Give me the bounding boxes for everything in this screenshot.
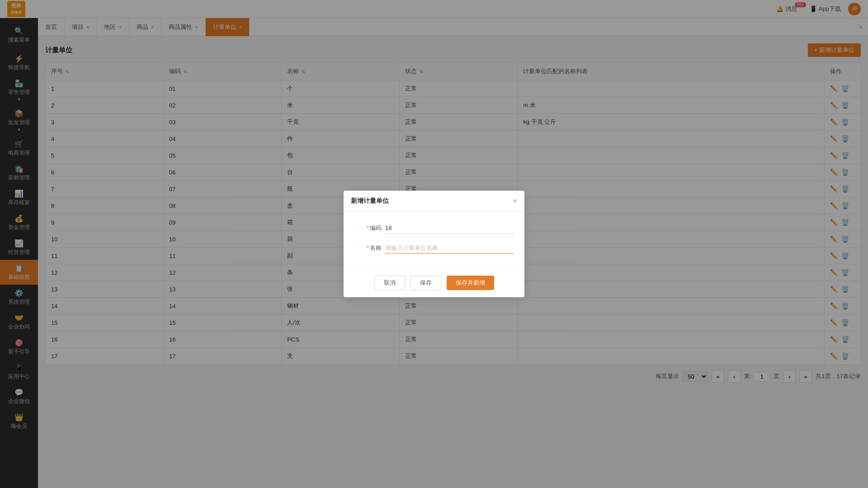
modal-close-button[interactable]: ×: [513, 197, 517, 205]
form-row-name: *名称: [354, 243, 514, 253]
modal-header: 新增计量单位 ×: [344, 191, 524, 212]
code-label: *编码: [354, 224, 382, 232]
save-button[interactable]: 保存: [410, 276, 441, 290]
add-unit-modal: 新增计量单位 × *编码 *名称 取消 保存 保存并新增: [344, 191, 524, 297]
code-input[interactable]: [385, 223, 514, 234]
modal-overlay: 新增计量单位 × *编码 *名称 取消 保存 保存并新增: [0, 0, 868, 488]
required-star-name: *: [367, 244, 369, 251]
name-input[interactable]: [385, 243, 514, 253]
form-row-code: *编码: [354, 223, 514, 234]
modal-footer: 取消 保存 保存并新增: [344, 270, 524, 297]
required-star: *: [367, 225, 369, 231]
name-label: *名称: [354, 244, 382, 252]
modal-title: 新增计量单位: [351, 197, 389, 205]
modal-body: *编码 *名称: [344, 212, 524, 270]
cancel-button[interactable]: 取消: [374, 276, 405, 290]
save-and-new-button[interactable]: 保存并新增: [447, 276, 494, 290]
